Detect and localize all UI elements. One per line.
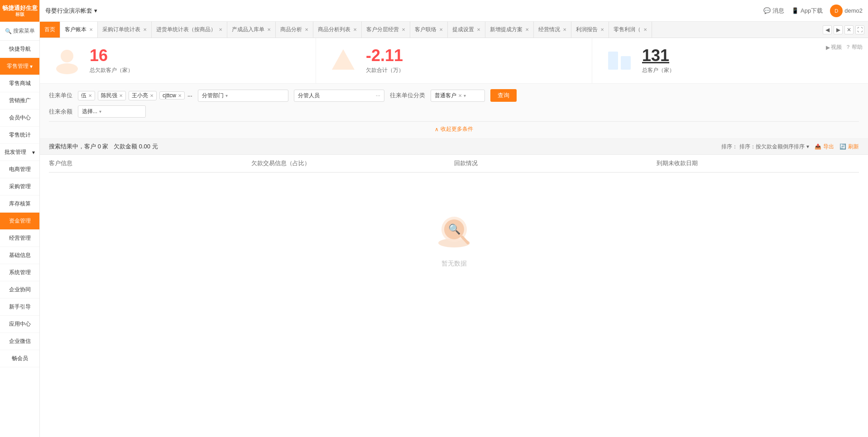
app-download-label: App下载: [801, 7, 823, 15]
tab-close-icon[interactable]: ✕: [402, 27, 405, 32]
person-selector[interactable]: 分管人员 ···: [294, 90, 384, 102]
chevron-down-icon: ▾: [94, 7, 97, 14]
sidebar-item-inventory[interactable]: 库存核算: [0, 195, 39, 213]
tab-purchase-order-stats[interactable]: 采购订单统计表 ✕: [98, 22, 152, 38]
empty-text: 暂无数据: [441, 260, 467, 268]
tab-close-icon[interactable]: ✕: [143, 27, 147, 32]
tab-product-analysis[interactable]: 商品分析 ✕: [276, 22, 313, 38]
user-profile[interactable]: D demo2: [830, 5, 863, 17]
result-info: 搜索结果中，客户 0 家 欠款金额 0.00 元: [49, 142, 158, 151]
tag-close-ordinary[interactable]: ✕: [458, 93, 462, 98]
tab-customer-ledger[interactable]: 客户账本 ✕: [60, 22, 98, 38]
sidebar-item-enterprise[interactable]: 企业协同: [0, 281, 39, 299]
sidebar-item-retail-stats[interactable]: 零售统计: [0, 127, 39, 144]
sidebar-item-base-info[interactable]: 基础信息: [0, 247, 39, 264]
tab-product-analysis-list[interactable]: 商品分析列表 ✕: [313, 22, 362, 38]
result-debt-value: 0.00: [139, 143, 150, 150]
tab-close-icon[interactable]: ✕: [600, 27, 604, 32]
tab-instock-stats[interactable]: 进货单统计表（按商品） ✕: [152, 22, 227, 38]
tab-close-icon[interactable]: ✕: [219, 27, 222, 32]
sidebar-item-retail-mgmt[interactable]: 零售管理 ▾: [0, 58, 39, 75]
refresh-button[interactable]: 🔄 刷新: [839, 143, 859, 151]
sidebar-item-wecom[interactable]: 企业微信: [0, 333, 39, 350]
unit-class-selector[interactable]: 普通客户 ✕ ▾: [431, 90, 485, 102]
tab-customer-contact[interactable]: 客户联络 ✕: [410, 22, 448, 38]
tab-close-all-button[interactable]: ✕: [844, 25, 854, 34]
video-help-button[interactable]: ▶ 视频: [826, 43, 842, 51]
col-header-repay: 回款情况: [454, 159, 657, 167]
sidebar-item-retail-mall[interactable]: 零售商城: [0, 75, 39, 92]
sidebar-item-app-center[interactable]: 应用中心: [0, 316, 39, 333]
sidebar-item-quick-nav[interactable]: 快捷导航: [0, 41, 39, 58]
tab-close-icon[interactable]: ✕: [305, 27, 308, 32]
sidebar-item-label: 经营管理: [9, 234, 31, 242]
sidebar-item-purchase[interactable]: 采购管理: [0, 178, 39, 195]
tab-close-icon[interactable]: ✕: [353, 27, 357, 32]
sidebar-item-label: 零售商城: [9, 80, 31, 87]
tab-maximize-button[interactable]: ⛶: [855, 25, 864, 34]
tab-label: 利润报告: [576, 26, 598, 33]
tab-customer-layer[interactable]: 客户分层经营 ✕: [362, 22, 410, 38]
tab-close-icon[interactable]: ✕: [643, 27, 647, 32]
person-more-icon[interactable]: ···: [376, 92, 380, 99]
tag-close-wu[interactable]: ✕: [88, 93, 92, 98]
tab-close-icon[interactable]: ✕: [89, 27, 93, 32]
empty-state: 🔍 暂无数据: [49, 173, 859, 304]
tab-home[interactable]: 首页: [40, 22, 60, 38]
tag-close-wang[interactable]: ✕: [150, 93, 153, 98]
sidebar-item-finance[interactable]: 资金管理: [0, 213, 39, 230]
messages-button[interactable]: 💬 消息: [763, 7, 784, 15]
unit-class-arrow-icon: ▾: [464, 93, 466, 98]
svg-point-0: [61, 50, 73, 62]
help-button[interactable]: ？ 帮助: [845, 43, 863, 51]
help-label: 帮助: [852, 43, 863, 51]
total-customers-icon: [606, 47, 633, 74]
sidebar-item-wholesale[interactable]: 批发管理▾: [0, 144, 39, 161]
query-button[interactable]: 查询: [490, 89, 517, 102]
sort-selector[interactable]: 排序： 排序：按欠款金额倒序排序 ▾: [721, 143, 809, 151]
tab-retail-profit[interactable]: 零售利润（ ✕: [609, 22, 652, 38]
sidebar-item-new-guide[interactable]: 新手引导: [0, 299, 39, 316]
sidebar-item-member[interactable]: 畅会员: [0, 350, 39, 367]
dept-selector[interactable]: 分管部门 ▾: [198, 90, 288, 102]
account-selector[interactable]: 母婴行业演示帐套 ▾: [45, 7, 97, 15]
message-icon: 💬: [763, 7, 771, 14]
tag-value: 王小亮: [132, 92, 148, 100]
sidebar-item-sys-mgmt[interactable]: 系统管理: [0, 264, 39, 281]
result-actions: 排序： 排序：按欠款金额倒序排序 ▾ 📤 导出 🔄 刷新: [721, 143, 859, 151]
collapse-label: 收起更多条件: [441, 125, 473, 133]
stat-value-debt-amount: -2.11: [366, 48, 404, 64]
tab-bar: 首页 客户账本 ✕ 采购订单统计表 ✕ 进货单统计表（按商品） ✕ 产成品入库单…: [40, 22, 868, 38]
tab-close-icon[interactable]: ✕: [477, 27, 480, 32]
debt-amount-icon: [330, 47, 357, 74]
collapse-filter-button[interactable]: ∧ 收起更多条件: [435, 125, 473, 133]
export-button[interactable]: 📤 导出: [815, 143, 834, 151]
tab-product-instock[interactable]: 产成品入库单 ✕: [227, 22, 276, 38]
stat-card-debt-customers: 16 总欠款客户（家）: [40, 38, 316, 83]
stat-content-3: 131 总客户（家）: [642, 48, 675, 74]
tab-profit-report[interactable]: 利润报告 ✕: [571, 22, 609, 38]
search-menu-button[interactable]: 🔍 搜索菜单: [3, 25, 37, 37]
tab-close-icon[interactable]: ✕: [525, 27, 529, 32]
tab-add-commission[interactable]: 新增提成方案 ✕: [485, 22, 534, 38]
tab-commission-settings[interactable]: 提成设置 ✕: [448, 22, 485, 38]
tab-operations[interactable]: 经营情况 ✕: [534, 22, 571, 38]
sidebar-item-marketing[interactable]: 营销推广: [0, 92, 39, 109]
tag-more-button[interactable]: ···: [187, 92, 192, 99]
tag-close-cjttcw[interactable]: ✕: [178, 93, 182, 98]
tag-close-chen[interactable]: ✕: [119, 93, 123, 98]
tab-close-icon[interactable]: ✕: [267, 27, 271, 32]
sidebar-item-operations[interactable]: 经营管理: [0, 230, 39, 247]
app-download-button[interactable]: 📱 App下载: [791, 7, 823, 15]
sidebar-item-label: 会员中心: [9, 114, 31, 122]
tab-next-button[interactable]: ▶: [834, 25, 843, 34]
balance-selector[interactable]: 选择... ▾: [78, 105, 146, 118]
sidebar-item-member-center[interactable]: 会员中心: [0, 109, 39, 127]
sidebar-item-ecommerce[interactable]: 电商管理: [0, 161, 39, 178]
tab-close-icon[interactable]: ✕: [439, 27, 443, 32]
filter-tag-chen: 陈民强 ✕: [98, 91, 126, 100]
sidebar-search-area: 🔍 搜索菜单: [0, 22, 39, 41]
tab-prev-button[interactable]: ◀: [823, 25, 832, 34]
messages-label: 消息: [772, 7, 784, 15]
tab-close-icon[interactable]: ✕: [563, 27, 566, 32]
